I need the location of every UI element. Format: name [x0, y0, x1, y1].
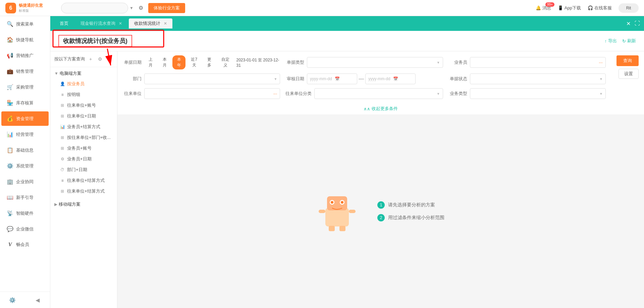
date-btn-this-year[interactable]: 本年: [172, 55, 185, 69]
filter-field-row-partner: 往来单位 ··· 往来单位分类: [123, 88, 606, 99]
empty-tip-1: 1 请先选择要分析的方案: [377, 201, 444, 209]
online-service-button[interactable]: 🎧 在线客服: [588, 5, 612, 11]
sidebar-item-marketing[interactable]: 📢 营销推广: [1, 48, 49, 63]
date-btn-custom[interactable]: 自定义: [217, 55, 233, 69]
sidebar-item-system[interactable]: ⚙️ 系统管理: [1, 159, 49, 173]
receipt-stats-close-icon[interactable]: ✕: [164, 21, 167, 26]
date-btn-7days[interactable]: 近7天: [187, 55, 202, 69]
tab-receipt-stats[interactable]: 收款情况统计 ✕: [129, 18, 172, 29]
scheme-settings-button[interactable]: ⚙: [96, 55, 104, 63]
audit-date-end-input[interactable]: yyyy-mm-dd 📅: [365, 73, 416, 84]
basic-info-icon: 📋: [7, 147, 13, 153]
date-btn-more[interactable]: 更多: [203, 55, 216, 69]
sidebar-collapse-button[interactable]: ◀: [32, 295, 43, 305]
scheme-item-salesperson-settlement[interactable]: 📊 业务员+结算方式: [50, 121, 117, 132]
messages-button[interactable]: 🔔 消息 99+: [536, 5, 551, 11]
scheme-collapse-button[interactable]: «: [106, 55, 113, 63]
scheme-item-salesperson-account[interactable]: ⊞ 业务员+账号: [50, 143, 117, 154]
date-btn-this-month[interactable]: 本月: [158, 55, 171, 69]
sidebar-settings-button[interactable]: ⚙️: [7, 295, 18, 305]
tab-close-all-icon[interactable]: ✕: [626, 20, 631, 27]
refresh-button[interactable]: ↻ 刷新: [622, 38, 636, 44]
sidebar-item-purchase[interactable]: 🛒 采购管理: [1, 80, 49, 94]
scheme-item-detail[interactable]: Ⅲ 按明细: [50, 89, 117, 100]
salesperson-more-icon[interactable]: ···: [599, 60, 603, 65]
user-avatar[interactable]: Rit: [619, 3, 639, 13]
query-button[interactable]: 查询: [616, 55, 639, 66]
scheme-item-dept-date[interactable]: ⏱ 部门+日期: [50, 164, 117, 175]
date-btn-last-month[interactable]: 上月: [144, 55, 157, 69]
svg-rect-6: [329, 226, 335, 231]
logo-area: 6 畅捷通好生意 标准版: [5, 3, 56, 13]
scheme-header-title: 按以下方案查询: [54, 56, 85, 62]
bank-flow-close-icon[interactable]: ✕: [119, 21, 122, 26]
scheme-item-partner-account[interactable]: ⊞ 往来单位+账号: [50, 100, 117, 111]
desktop-group-arrow-icon: ▼: [54, 71, 58, 76]
sidebar-item-enterprise[interactable]: 🏢 企业协同: [1, 174, 49, 189]
sidebar-item-basic-info[interactable]: 📋 基础信息: [1, 143, 49, 157]
filter-settings-button[interactable]: 设置: [619, 69, 639, 79]
page-actions: ↑ 导出 ↻ 刷新: [605, 38, 636, 44]
export-icon: ↑: [605, 39, 607, 44]
dept-chevron-icon: [274, 76, 277, 81]
svg-rect-9: [349, 210, 356, 213]
sidebar-item-beginner[interactable]: 📖 新手引导: [1, 190, 49, 205]
date-dash-separator: —: [359, 76, 364, 82]
salesperson-select[interactable]: ···: [470, 57, 606, 68]
voucher-type-select[interactable]: [307, 57, 443, 68]
sidebar-item-search[interactable]: 🔍 搜索菜单: [1, 17, 49, 31]
sales-icon: 💼: [7, 68, 13, 74]
voucher-status-select[interactable]: [470, 73, 606, 84]
partner-input[interactable]: ···: [144, 88, 280, 99]
biz-type-select[interactable]: [470, 88, 606, 99]
sidebar-item-finance[interactable]: 💰 资金管理: [1, 111, 49, 126]
dept-select[interactable]: [144, 73, 280, 84]
message-badge: 99+: [545, 2, 554, 7]
export-button[interactable]: ↑ 导出: [605, 38, 617, 44]
scheme-item-partner-date[interactable]: ⊞ 往来单位+日期: [50, 111, 117, 121]
finance-icon: 💰: [7, 115, 13, 122]
sidebar-item-inventory[interactable]: 🏪 库存核算: [1, 96, 49, 110]
search-dropdown-icon[interactable]: ▼: [129, 6, 133, 10]
partner-classification-select[interactable]: [314, 88, 443, 99]
collapse-more-icon: ∧∧: [364, 106, 370, 111]
sidebar-item-quick-nav[interactable]: 🏠 快捷导航: [1, 33, 49, 47]
tab-bank-flow[interactable]: 现金银行流水查询 ✕: [75, 18, 127, 29]
message-icon: 🔔: [536, 5, 541, 10]
marketing-icon: 📢: [7, 52, 13, 59]
audit-date-start-calendar-icon[interactable]: 📅: [335, 76, 340, 81]
scheme-add-button[interactable]: +: [87, 55, 94, 63]
search-input[interactable]: [61, 3, 128, 13]
partner-classification-label: 往来单位分类: [285, 91, 312, 97]
sidebar-item-smart-hw[interactable]: 📡 智能硬件: [1, 206, 49, 220]
logo-icon: 6: [5, 3, 16, 13]
scheme-item-salesperson-date[interactable]: ⚙ 业务员+日期: [50, 154, 117, 164]
scheme-item-partner-settlement2[interactable]: ⊞ 往来单位+结算方式: [50, 186, 117, 197]
scheme-group-desktop-title[interactable]: ▼ 电脑端方案: [50, 68, 117, 79]
salesperson-settlement-icon: 📊: [60, 124, 65, 130]
biz-type-group: 业务类型: [448, 88, 606, 99]
sidebar-item-operations[interactable]: 📊 经营管理: [1, 127, 49, 142]
trial-button[interactable]: 体验行业方案: [148, 3, 185, 13]
sidebar-label-basic-info: 基础信息: [16, 147, 34, 153]
sidebar-item-membership[interactable]: V 畅会员: [1, 238, 49, 252]
partner-more-icon[interactable]: ···: [273, 91, 277, 96]
search-icon: 🔍: [7, 21, 13, 27]
tab-home[interactable]: 首页: [54, 18, 74, 29]
partner-date-icon: ⊞: [60, 113, 65, 119]
sidebar-item-wechat[interactable]: 💬 企业微信: [1, 222, 49, 236]
scheme-group-mobile-title[interactable]: ▶ 移动端方案: [50, 199, 117, 209]
app-download-button[interactable]: 📱 App下载: [558, 5, 581, 11]
scheme-item-partner-settlement1[interactable]: Ⅲ 往来单位+结算方式: [50, 175, 117, 186]
audit-date-start-input[interactable]: yyyy-mm-dd 📅: [307, 73, 357, 84]
sidebar-item-sales[interactable]: 💼 销售管理: [1, 64, 49, 79]
page-content: 收款情况统计(按业务员) ↑ 导出 ↻ 刷新 按以下方: [50, 31, 644, 308]
collapse-more-button[interactable]: ∧∧ 收起更多条件: [117, 103, 644, 114]
settings-icon[interactable]: ⚙: [136, 3, 146, 13]
scheme-item-by-salesperson[interactable]: 👤 按业务员: [50, 79, 117, 89]
filter-field-row-date: 单据日期 上月 本月 本年 近7天 更多 自定义: [123, 55, 606, 69]
audit-date-end-calendar-icon[interactable]: 📅: [393, 76, 398, 81]
tab-expand-icon[interactable]: ⛶: [635, 20, 640, 27]
sidebar-label-purchase: 采购管理: [16, 84, 34, 90]
scheme-item-partner-dept[interactable]: ⊞ 按往来单位+部门+收...: [50, 132, 117, 143]
